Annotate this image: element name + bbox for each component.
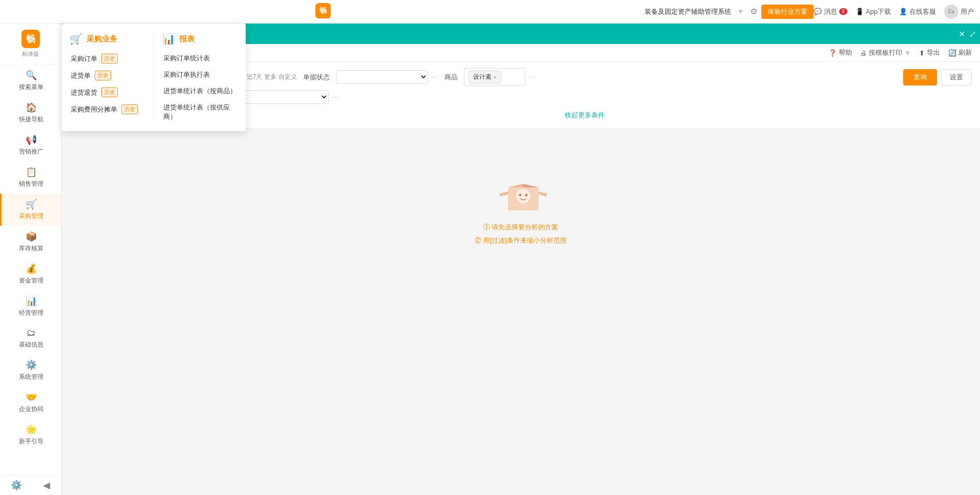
sidebar-label-quicknav: 快捷导航 [19,115,44,124]
sidebar-item-marketing[interactable]: 📢 营销推广 [0,129,61,161]
top-bar-left: 畅 装备及固定资产辅助管理系统 ▼ ⚙ 体验行业方案 [6,3,814,20]
tab-bar-actions: ✕ ⤢ [958,29,976,39]
collapse-btn[interactable]: 收起更多条件 [565,111,605,120]
tab-expand-icon[interactable]: ⤢ [969,29,976,39]
report-incoming-supplier-label: 进货单统计表（按供应商） [163,103,237,121]
enterprise-icon: 🤝 [26,392,37,403]
empty-hint-2-text: 用[过滤]条件来缩小分析范围 [483,236,567,244]
basic-icon: 🗂 [27,328,36,338]
purchase-col: 🛒 采购业务 采购订单 历史 进货单 历史 进货退货 历史 采购费用分摊单 历史 [61,30,154,125]
dropdown-item-incoming[interactable]: 进货单 历史 [66,67,150,84]
industry-btn[interactable]: 体验行业方案 [761,5,814,19]
help-icon: ❓ [828,49,837,57]
dropdown-item-return[interactable]: 进货退货 历史 [66,84,150,101]
refresh-label: 刷新 [958,48,972,57]
status-ellipsis[interactable]: ··· [431,73,438,82]
cost-history-badge: 历史 [121,104,138,114]
purchase-col-icon: 🛒 [70,33,82,45]
report-order-exec-label: 采购订单执行表 [163,70,210,79]
goods-ellipsis[interactable]: ··· [528,73,535,82]
help-label: 帮助 [839,48,852,57]
incoming-label: 进货单 [71,71,91,80]
sidebar-item-sales[interactable]: 📋 销售管理 [0,161,61,193]
sidebar-item-enterprise[interactable]: 🤝 企业协同 [0,386,61,419]
svg-point-3 [525,194,528,197]
topbar-gear-icon[interactable]: ⚙ [750,7,757,16]
export-btn[interactable]: ⬆ 导出 [919,48,940,57]
dropdown-item-report-order-stat[interactable]: 采购订单统计表 [158,50,242,67]
app-download-btn[interactable]: 📱 App下载 [856,7,891,16]
operations-icon: 📊 [26,295,37,307]
sidebar-item-guide[interactable]: 🌟 新手引导 [0,419,61,451]
incoming-history-badge: 历史 [95,71,111,80]
dropdown-item-report-order-exec[interactable]: 采购订单执行表 [158,67,242,83]
empty-hint-2: ② 用[过滤]条件来缩小分析范围 [475,234,567,247]
goods-tag-close[interactable]: × [494,74,497,80]
svg-rect-4 [499,191,509,197]
settings-btn[interactable]: 设置 [941,69,972,85]
phone-icon: 📱 [856,8,864,15]
status-select[interactable] [336,70,428,84]
print-icon: 🖨 [860,49,867,57]
user-btn[interactable]: Ea 用户 [944,5,974,19]
sidebar-label-basic: 基础信息 [19,340,44,349]
empty-hint-1-text: 请先选择要分析的方案 [492,223,558,231]
logo-text: 标准版 [4,50,57,58]
tab-close-all-icon[interactable]: ✕ [958,29,965,39]
finance-icon: 💰 [26,263,37,274]
empty-illustration [495,169,546,210]
print-btn[interactable]: 🖨 按模板打印 ▼ [860,48,911,57]
purchase-order-history-badge: 历史 [101,54,118,63]
goods-input[interactable]: 设计素 × [464,68,525,86]
sidebar-item-finance[interactable]: 💰 资金管理 [0,258,61,290]
salesperson-ellipsis[interactable]: ··· [332,93,338,102]
shortcut-custom[interactable]: 自定义 [279,73,297,81]
sidebar-item-purchase[interactable]: 🛒 采购管理 [0,193,61,226]
sidebar-item-operations[interactable]: 📊 经营管理 [0,290,61,322]
refresh-icon: 🔄 [948,49,956,57]
logo-icon: 畅 [22,30,40,48]
sidebar-item-search[interactable]: 🔍 搜索菜单 [0,64,61,97]
sidebar-item-quicknav[interactable]: 🏠 快捷导航 [0,97,61,129]
sidebar-item-basic[interactable]: 🗂 基础信息 [0,322,61,354]
shortcut-7days[interactable]: 近7天 [247,73,263,81]
status-select-wrap: ··· [336,70,438,84]
sidebar-label-operations: 经营管理 [19,309,44,317]
sidebar-collapse-btn[interactable]: ◀ [43,480,50,491]
circle-2: ② [475,236,483,244]
sidebar-label-inventory: 库存核算 [19,244,44,253]
avatar: Ea [944,5,958,19]
cost-label: 采购费用分摊单 [71,105,117,114]
sidebar-item-system[interactable]: ⚙️ 系统管理 [0,354,61,386]
guide-icon: 🌟 [26,424,37,435]
dropdown-item-report-incoming-supplier[interactable]: 进货单统计表（按供应商） [158,99,242,125]
report-order-stat-label: 采购订单统计表 [163,54,210,63]
goods-tag-label: 设计素 [473,73,492,81]
salesperson-select[interactable] [237,90,329,104]
dropdown-item-purchase-order[interactable]: 采购订单 历史 [66,50,150,67]
purchase-dropdown-menu: 🛒 采购业务 采购订单 历史 进货单 历史 进货退货 历史 采购费用分摊单 历史 [61,24,246,131]
sidebar-label-enterprise: 企业协同 [19,405,44,414]
report-col-title: 报表 [179,34,195,44]
goods-label: 商品 [444,73,458,82]
shortcut-more[interactable]: 更多 [264,73,276,81]
sidebar-item-inventory[interactable]: 📦 库存核算 [0,226,61,258]
message-icon: 💬 [814,8,822,15]
purchase-order-label: 采购订单 [71,54,97,63]
circle-1: ① [483,223,492,231]
sidebar-settings-btn[interactable]: ⚙️ [11,480,22,491]
title-arrow: ▼ [737,8,744,15]
sidebar-label-marketing: 营销推广 [19,147,44,156]
dropdown-item-report-incoming-goods[interactable]: 进货单统计表（按商品） [158,83,242,99]
sidebar: 畅 标准版 🔍 搜索菜单 🏠 快捷导航 📢 营销推广 📋 销售管理 🛒 采购管理… [0,24,61,495]
help-btn[interactable]: ❓ 帮助 [828,48,852,57]
query-btns: 查询 设置 [903,69,972,85]
print-label: 按模板打印 [869,48,902,57]
online-service-btn[interactable]: 👤 在线客服 [899,7,936,16]
message-btn[interactable]: 💬 消息 9 [814,7,847,16]
message-badge: 9 [839,8,847,15]
refresh-btn[interactable]: 🔄 刷新 [948,48,972,57]
dropdown-item-cost[interactable]: 采购费用分摊单 历史 [66,101,150,118]
sidebar-label-system: 系统管理 [19,373,44,381]
query-btn[interactable]: 查询 [903,69,937,85]
